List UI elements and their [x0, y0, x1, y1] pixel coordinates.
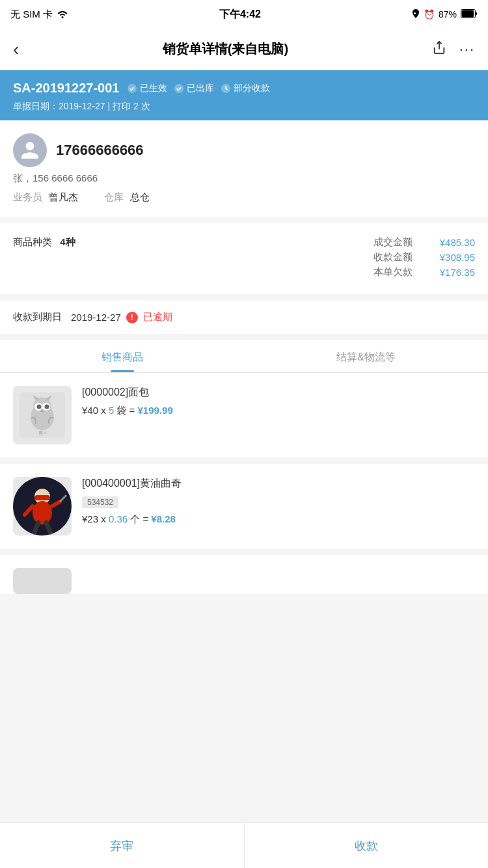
quantity-1: 5 [109, 405, 114, 416]
svg-rect-19 [34, 495, 50, 500]
alarm-icon: ⏰ [424, 9, 435, 20]
amount-row: 成交金额 ¥485.30 [373, 236, 475, 249]
status-time: 下午4:42 [219, 8, 261, 21]
avatar [13, 133, 47, 167]
svg-point-13 [37, 405, 42, 409]
debt-label: 本单欠款 [373, 266, 413, 278]
svg-point-14 [45, 405, 49, 409]
amount-label: 成交金额 [373, 236, 413, 249]
received-value: ¥308.95 [423, 252, 475, 263]
products-section: 兽+ [0000002]面包 ¥40 x 5 袋 = ¥199.99 [0, 373, 488, 594]
cancel-button[interactable]: 弃审 [0, 823, 245, 868]
customer-phone: 17666666666 [56, 142, 144, 159]
product-image-2 [13, 477, 72, 536]
due-date-value: 2019-12-27 [71, 312, 121, 323]
due-date-label: 收款到期日 [13, 311, 62, 323]
svg-text:兽+: 兽+ [38, 430, 47, 436]
quantity-2: 0.36 [109, 513, 128, 524]
debt-row: 本单欠款 ¥176.35 [373, 266, 475, 278]
total-1: ¥199.99 [138, 405, 173, 416]
summary-section: 商品种类 4种 成交金额 ¥485.30 收款金额 ¥308.95 本单欠款 ¥… [0, 223, 488, 294]
back-button[interactable]: ‹ [13, 39, 19, 60]
category-info: 商品种类 4种 [13, 236, 75, 249]
received-row: 收款金额 ¥308.95 [373, 251, 475, 264]
svg-rect-1 [461, 10, 474, 17]
amount-info: 成交金额 ¥485.30 收款金额 ¥308.95 本单欠款 ¥176.35 [373, 236, 475, 281]
overdue-text: 已逾期 [143, 311, 172, 323]
product-badge-2: 534532 [82, 496, 118, 508]
product-name-1: [0000002]面包 [82, 386, 475, 400]
product-item: 兽+ [0000002]面包 ¥40 x 5 袋 = ¥199.99 [0, 373, 488, 457]
tab-products[interactable]: 销售商品 [0, 340, 244, 372]
status-activated: 已生效 [127, 83, 167, 94]
status-right: ⏰ 87% [412, 9, 478, 20]
warehouse-name: 总仓 [130, 191, 150, 202]
product-item-2: [000400001]黄油曲奇 534532 ¥23 x 0.36 个 = ¥8… [0, 464, 488, 549]
product-image-3-partial [13, 568, 72, 594]
sim-status: 无 SIM 卡 [10, 8, 53, 21]
product-info-2: [000400001]黄油曲奇 534532 ¥23 x 0.36 个 = ¥8… [82, 477, 475, 526]
customer-info-row: 业务员 曾凡杰 仓库 总仓 [13, 191, 475, 204]
product-info-1: [0000002]面包 ¥40 x 5 袋 = ¥199.99 [82, 386, 475, 417]
battery-text: 87% [439, 9, 457, 20]
sales-name: 曾凡杰 [49, 191, 78, 202]
confirm-button[interactable]: 收款 [245, 823, 489, 868]
product-item-partial [0, 555, 488, 594]
header-meta: 单据日期：2019-12-27 | 打印 2 次 [13, 101, 475, 113]
bottom-bar: 弃审 收款 [0, 822, 488, 868]
warehouse-info: 仓库 总仓 [104, 191, 150, 204]
svg-point-4 [174, 84, 183, 93]
received-label: 收款金额 [373, 251, 413, 264]
wifi-icon [57, 9, 68, 20]
tabs: 销售商品 结算&物流等 [0, 340, 488, 372]
more-button[interactable]: ··· [459, 41, 475, 58]
sales-info: 业务员 曾凡杰 [13, 191, 78, 204]
status-tags: 已生效 已出库 部分收款 [127, 83, 270, 94]
customer-section: 17666666666 张，156 6666 6666 业务员 曾凡杰 仓库 总… [0, 120, 488, 217]
status-partial-payment: 部分收款 [221, 83, 270, 94]
nav-actions: ··· [432, 40, 475, 59]
page-title: 销货单详情(来自电脑) [163, 40, 288, 58]
svg-point-3 [128, 84, 137, 93]
tab-settlement[interactable]: 结算&物流等 [244, 340, 488, 372]
order-id: SA-20191227-001 [13, 81, 119, 96]
category-count: 4种 [60, 236, 75, 247]
debt-value: ¥176.35 [423, 267, 475, 278]
tabs-section: 销售商品 结算&物流等 [0, 340, 488, 373]
total-2: ¥8.28 [151, 513, 176, 524]
product-name-2: [000400001]黄油曲奇 [82, 477, 475, 491]
location-icon [412, 9, 420, 20]
due-date-section: 收款到期日 2019-12-27 ! 已逾期 [0, 301, 488, 334]
overdue-icon: ! [126, 312, 138, 323]
status-bar: 无 SIM 卡 下午4:42 ⏰ 87% [0, 0, 488, 29]
header-banner: SA-20191227-001 已生效 已出库 部分收款 单据日期：2019-1… [0, 70, 488, 120]
product-image-1: 兽+ [13, 386, 72, 444]
product-price-row-2: ¥23 x 0.36 个 = ¥8.28 [82, 513, 475, 526]
battery-icon [461, 9, 478, 20]
nav-bar: ‹ 销货单详情(来自电脑) ··· [0, 29, 488, 70]
share-button[interactable] [432, 40, 446, 59]
customer-name-sub: 张，156 6666 6666 [13, 172, 475, 185]
amount-value: ¥485.30 [423, 237, 475, 248]
svg-point-20 [33, 501, 52, 524]
product-price-row-1: ¥40 x 5 袋 = ¥199.99 [82, 405, 475, 417]
status-shipped: 已出库 [174, 83, 214, 94]
status-left: 无 SIM 卡 [10, 8, 68, 21]
category-label: 商品种类 [13, 236, 52, 247]
